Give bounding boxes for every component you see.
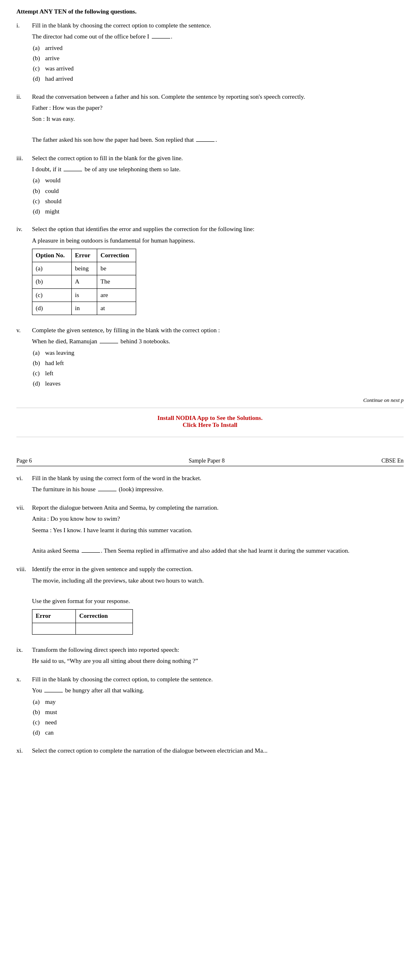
question-ix: ix. Transform the following direct speec… (16, 645, 404, 668)
option-iii-d: (d) might (33, 207, 404, 216)
page-1: Attempt ANY TEN of the following questio… (0, 0, 420, 449)
q-vii-line1: Anita : Do you know how to swim? (32, 514, 404, 524)
q-iv-table: Option No. Error Correction (a) being be… (32, 249, 136, 315)
q-vii-instruction: Report the dialogue between Anita and Se… (32, 503, 404, 513)
q-body-x: Fill in the blank by choosing the correc… (32, 675, 404, 739)
table-row (32, 623, 133, 634)
page-header: Attempt ANY TEN of the following questio… (16, 8, 404, 15)
q-body-xi: Select the correct option to complete th… (32, 746, 404, 757)
table-row: (b) A The (32, 275, 136, 288)
q-v-options: (a) was leaving (b) had left (c) left (d… (33, 348, 404, 389)
q-i-sentence: The director had come out of the office … (32, 32, 404, 41)
q-iii-options: (a) would (b) could (c) should (d) might (33, 176, 404, 216)
q-body-ii: Read the conversation between a father a… (32, 92, 404, 146)
footer-page: Page 6 (16, 458, 32, 464)
page-footer-bar: Page 6 Sample Paper 8 CBSE En (16, 458, 404, 466)
q-ix-instruction: Transform the following direct speech in… (32, 645, 404, 655)
option-x-a: (a) may (33, 697, 404, 707)
q-num-ii: ii. (16, 92, 32, 146)
footer-title: Sample Paper 8 (189, 458, 225, 464)
question-iv: iv. Select the option that identifies th… (16, 225, 404, 318)
q-num-iv: iv. (16, 225, 32, 318)
q-i-options: (a) arrived (b) arrive (c) was arrived (… (33, 43, 404, 84)
footer-board: CBSE En (381, 458, 404, 464)
table-row: (a) being be (32, 262, 136, 275)
question-x: x. Fill in the blank by choosing the cor… (16, 675, 404, 739)
blank-iii (64, 171, 82, 171)
q-viii-format-note: Use the given format for your response. (32, 597, 404, 606)
q-ii-line2: Son : It was easy. (32, 114, 404, 124)
col-correction: Correction (97, 249, 136, 262)
option-v-c: (c) left (33, 369, 404, 378)
col-option: Option No. (32, 249, 72, 262)
question-iii: iii. Select the correct option to fill i… (16, 154, 404, 218)
q-x-instruction: Fill in the blank by choosing the correc… (32, 675, 404, 684)
blank-v (100, 343, 118, 343)
q-body-vi: Fill in the blank by using the correct f… (32, 474, 404, 496)
option-v-b: (b) had left (33, 358, 404, 368)
q-x-sentence: You be hungry after all that walking. (32, 686, 404, 695)
blank-vi (98, 491, 116, 491)
blank-i (152, 38, 170, 39)
q-vi-instruction: Fill in the blank by using the correct f… (32, 474, 404, 483)
q-num-v: v. (16, 326, 32, 390)
q-body-iv: Select the option that identifies the er… (32, 225, 404, 318)
question-xi: xi. Select the correct option to complet… (16, 746, 404, 757)
continue-note: Continue on next p (16, 397, 404, 404)
q-body-vii: Report the dialogue between Anita and Se… (32, 503, 404, 557)
option-iii-c: (c) should (33, 197, 404, 206)
option-iii-a: (a) would (33, 176, 404, 185)
q-num-vi: vi. (16, 474, 32, 496)
q-num-i: i. (16, 21, 32, 85)
q-num-x: x. (16, 675, 32, 739)
option-x-c: (c) need (33, 718, 404, 727)
q-body-iii: Select the correct option to fill in the… (32, 154, 404, 218)
option-x-d: (d) can (33, 728, 404, 737)
q-num-viii: viii. (16, 565, 32, 637)
install-line1: Install NODIA App to See the Solutions. (16, 415, 404, 422)
blank-x (44, 692, 63, 692)
col-correction-viii: Correction (76, 610, 133, 623)
q-ix-sentence: He said to us, “Why are you all sitting … (32, 656, 404, 666)
q-vi-sentence: The furniture in his house (look) impres… (32, 485, 404, 494)
question-vii: vii. Report the dialogue between Anita a… (16, 503, 404, 557)
col-error: Error (71, 249, 97, 262)
q-iv-instruction: Select the option that identifies the er… (32, 225, 404, 234)
q-iii-instruction: Select the correct option to fill in the… (32, 154, 404, 163)
q-vii-line2: Seema : Yes I know. I have learnt it dur… (32, 526, 404, 535)
q-body-i: Fill in the blank by choosing the correc… (32, 21, 404, 85)
q-viii-instruction: Identify the error in the given sentence… (32, 565, 404, 574)
q-iii-sentence: I doubt, if it be of any use telephoning… (32, 165, 404, 174)
q-x-options: (a) may (b) must (c) need (d) can (33, 697, 404, 738)
install-line2: Click Here To Install (16, 422, 404, 429)
q-num-ix: ix. (16, 645, 32, 668)
table-row: (d) in at (32, 302, 136, 315)
q-num-iii: iii. (16, 154, 32, 218)
question-i: i. Fill in the blank by choosing the cor… (16, 21, 404, 85)
option-v-a: (a) was leaving (33, 348, 404, 358)
option-x-b: (b) must (33, 708, 404, 717)
table-row: (c) is are (32, 288, 136, 302)
q-body-viii: Identify the error in the given sentence… (32, 565, 404, 637)
question-vi: vi. Fill in the blank by using the corre… (16, 474, 404, 496)
install-banner[interactable]: Install NODIA App to See the Solutions. … (16, 408, 404, 437)
option-iii-b: (b) could (33, 186, 404, 196)
q-ii-instruction: Read the conversation between a father a… (32, 92, 404, 102)
q-v-instruction: Complete the given sentence, by filling … (32, 326, 404, 335)
question-viii: viii. Identify the error in the given se… (16, 565, 404, 637)
q-v-sentence: When he died, Ramanujan behind 3 noteboo… (32, 337, 404, 346)
option-i-b: (b) arrive (33, 54, 404, 63)
q-body-ix: Transform the following direct speech in… (32, 645, 404, 668)
q-iv-sentence: A pleasure in being outdoors is fundamen… (32, 236, 404, 245)
blank-vii (82, 552, 100, 553)
q-body-v: Complete the given sentence, by filling … (32, 326, 404, 390)
q-xi-instruction: Select the correct option to complete th… (32, 746, 404, 755)
question-ii: ii. Read the conversation between a fath… (16, 92, 404, 146)
option-i-a: (a) arrived (33, 43, 404, 53)
page-2: Page 6 Sample Paper 8 CBSE En vi. Fill i… (0, 449, 420, 777)
option-i-d: (d) had arrived (33, 74, 404, 84)
q-vii-sentence: Anita asked Seema . Then Seema replied i… (32, 546, 404, 556)
q-ii-line1: Father : How was the paper? (32, 103, 404, 113)
option-i-c: (c) was arrived (33, 64, 404, 73)
q-ii-sentence: The father asked his son how the paper h… (32, 135, 404, 145)
